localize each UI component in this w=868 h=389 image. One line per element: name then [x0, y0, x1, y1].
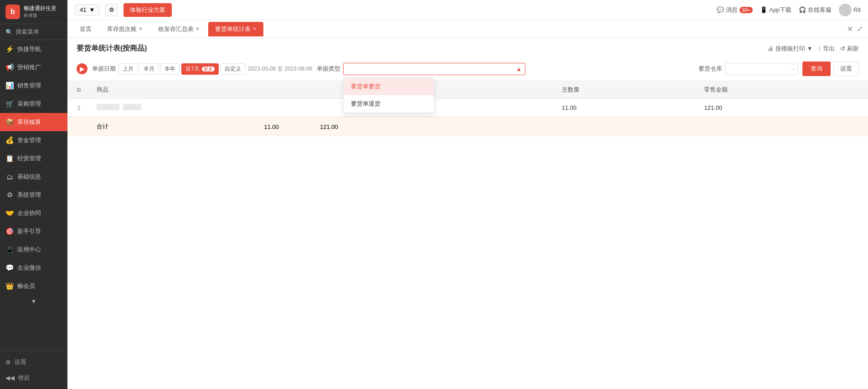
- page-content: 要货单统计表(按商品) 🖨 按模板打印 ▼ ↑ 导出 ↺ 刷新: [67, 38, 868, 389]
- refresh-button[interactable]: ↺ 刷新: [840, 45, 859, 53]
- sidebar-nav: ⚡ 快捷导航 📢 营销推广 📊 销售管理 🛒 采购管理 📦 库存核算 💰 资金管…: [0, 40, 67, 295]
- user-name: Rit: [853, 6, 861, 13]
- row-amount: 121.00: [698, 99, 868, 117]
- quick-nav-icon: ⚡: [5, 45, 14, 53]
- chevron-down-icon: ▼: [89, 6, 95, 13]
- sidebar-item-marketing[interactable]: 📢 营销推广: [0, 58, 67, 77]
- tab-receivable-summary[interactable]: 收发存汇总表✕: [151, 22, 206, 36]
- filter-area: ▶ 单据日期 上月 本月 本年 近7天 更多 自定义 2023-05-06 至 …: [67, 57, 868, 81]
- app-download-button[interactable]: 📱 App下载: [760, 6, 791, 14]
- export-button[interactable]: ↑ 导出: [818, 45, 835, 53]
- sidebar-item-system[interactable]: ⚙ 系统管理: [0, 186, 67, 204]
- tab-close-order-summary[interactable]: ✕: [252, 26, 257, 32]
- dropdown-item-order-goods[interactable]: 要货单要货: [344, 78, 434, 95]
- basic-icon: 🗂: [5, 173, 14, 181]
- sidebar-item-enterprise[interactable]: 🤝 企业协同: [0, 204, 67, 222]
- doc-type-dropdown: 要货单要货 要货单退货: [343, 77, 434, 113]
- tab-close-inventory-batch[interactable]: ✕: [139, 26, 143, 32]
- export-label: 导出: [823, 45, 835, 53]
- sidebar-bottom: ⚙ 设置 ◀◀ 收起: [0, 350, 67, 389]
- sidebar-item-quick-nav[interactable]: ⚡ 快捷导航: [0, 40, 67, 58]
- close-tab-button[interactable]: ✕: [847, 25, 853, 33]
- tab-inventory-batch[interactable]: 库存批次账✕: [100, 22, 149, 36]
- print-label: 按模板打印: [776, 45, 805, 53]
- avatar: [839, 4, 852, 16]
- sidebar-item-collapse[interactable]: ◀◀ 收起: [0, 370, 67, 385]
- sidebar-label-app-center: 应用中心: [17, 246, 41, 254]
- table-header-product: 商品: [90, 81, 358, 99]
- logo-subtitle: 标准版: [24, 12, 56, 19]
- sidebar-search-label: 搜索菜单: [15, 28, 39, 36]
- date-filter-label: 单据日期: [92, 65, 116, 73]
- sidebar-label-member: 畅会员: [17, 282, 35, 290]
- sidebar-item-app-center[interactable]: 📱 应用中心: [0, 241, 67, 259]
- table-row: 1 块 11.00 121.00: [67, 99, 868, 117]
- online-service-button[interactable]: 🎧 在线客服: [799, 6, 832, 14]
- tab-label-order-summary: 要货单统计表: [215, 25, 251, 33]
- filter-actions: 查询 设置: [802, 61, 859, 76]
- doc-type-arrow-icon[interactable]: ▲: [516, 66, 522, 72]
- last-7-days-button[interactable]: 近7天 更多: [181, 63, 219, 75]
- sidebar-item-member[interactable]: 👑 畅会员: [0, 277, 67, 295]
- warehouse-more-icon[interactable]: ···: [790, 66, 795, 72]
- main-area: 41 ▼ ⚙ 体验行业方案 💬 消息 99+ 📱 App下载 🎧 在线客服: [67, 0, 868, 389]
- message-icon: 💬: [717, 6, 724, 13]
- trial-button[interactable]: 体验行业方案: [123, 3, 172, 17]
- tab-label-home: 首页: [80, 25, 92, 33]
- tab-close-receivable-summary[interactable]: ✕: [195, 26, 200, 32]
- filter-toggle-button[interactable]: ▶: [77, 63, 87, 74]
- expand-tab-button[interactable]: ⤢: [857, 25, 863, 33]
- dropdown-item-order-return[interactable]: 要货单退货: [344, 95, 434, 113]
- sidebar-item-wechat[interactable]: 💬 企业微信: [0, 259, 67, 277]
- header-right: 💬 消息 99+ 📱 App下载 🎧 在线客服 Rit: [717, 4, 861, 16]
- service-icon: 🎧: [799, 6, 806, 13]
- product-name-placeholder: [97, 104, 119, 110]
- refresh-label: 刷新: [847, 45, 859, 53]
- last-month-button[interactable]: 上月: [118, 63, 138, 75]
- sidebar-label-system: 系统管理: [17, 191, 41, 199]
- sidebar-item-sales[interactable]: 📊 销售管理: [0, 77, 67, 95]
- sidebar-label-guide: 新手引导: [17, 227, 41, 235]
- sidebar-scroll-down[interactable]: ▼: [0, 295, 67, 307]
- doc-type-input[interactable]: [343, 63, 525, 75]
- sidebar-item-purchase[interactable]: 🛒 采购管理: [0, 95, 67, 113]
- member-icon: 👑: [5, 282, 14, 290]
- sidebar-item-inventory[interactable]: 📦 库存核算: [0, 113, 67, 131]
- query-button[interactable]: 查询: [802, 61, 831, 76]
- settings-button[interactable]: 设置: [833, 61, 859, 76]
- warehouse-filter-group: 要货仓库 ···: [699, 63, 798, 75]
- app-download-label: App下载: [769, 6, 791, 14]
- header-gear-button[interactable]: ⚙: [105, 4, 118, 16]
- user-profile[interactable]: Rit: [839, 4, 861, 16]
- this-month-button[interactable]: 本月: [139, 63, 159, 75]
- print-chevron-icon: ▼: [807, 45, 813, 52]
- warehouse-input[interactable]: [725, 63, 798, 75]
- tab-home[interactable]: 首页: [73, 22, 98, 36]
- total-amount: 121.00: [293, 123, 338, 130]
- tab-order-summary[interactable]: 要货单统计表✕: [208, 22, 263, 36]
- sidebar-item-settings[interactable]: ⚙ 设置: [0, 354, 67, 370]
- sidebar-item-basic[interactable]: 🗂 基础信息: [0, 168, 67, 186]
- custom-date-button[interactable]: 自定义: [221, 63, 245, 75]
- messages-button[interactable]: 💬 消息 99+: [717, 6, 753, 14]
- row-quantity: 11.00: [555, 99, 698, 117]
- this-year-button[interactable]: 本年: [160, 63, 180, 75]
- sidebar-search[interactable]: 🔍 搜索菜单: [0, 24, 67, 40]
- app-center-icon: 📱: [5, 246, 14, 254]
- logo: b 畅捷通好生意 标准版: [0, 0, 67, 24]
- sidebar-label-purchase: 采购管理: [17, 100, 41, 108]
- table-header-settings[interactable]: ⚙: [67, 81, 90, 99]
- tab-count: 41: [80, 6, 86, 13]
- tab-number-selector[interactable]: 41 ▼: [75, 4, 100, 15]
- sidebar-label-quick-nav: 快捷导航: [17, 45, 41, 53]
- date-filter-group: 单据日期 上月 本月 本年 近7天 更多 自定义 2023-05-06 至 20…: [92, 63, 312, 75]
- tabs-container: 首页库存批次账✕收发存汇总表✕要货单统计表✕: [73, 22, 845, 36]
- sidebar-item-finance[interactable]: 💰 资金管理: [0, 131, 67, 149]
- sidebar-item-guide[interactable]: 🎯 新手引导: [0, 222, 67, 241]
- table-gear-icon[interactable]: ⚙: [76, 87, 82, 93]
- sidebar-item-operations[interactable]: 📋 经营管理: [0, 149, 67, 168]
- table-header-amount: 零售金额: [698, 81, 868, 99]
- tab-label-receivable-summary: 收发存汇总表: [158, 25, 194, 33]
- print-template-button[interactable]: 🖨 按模板打印 ▼: [768, 45, 813, 53]
- date-buttons: 上月 本月 本年 近7天 更多 自定义: [118, 63, 245, 75]
